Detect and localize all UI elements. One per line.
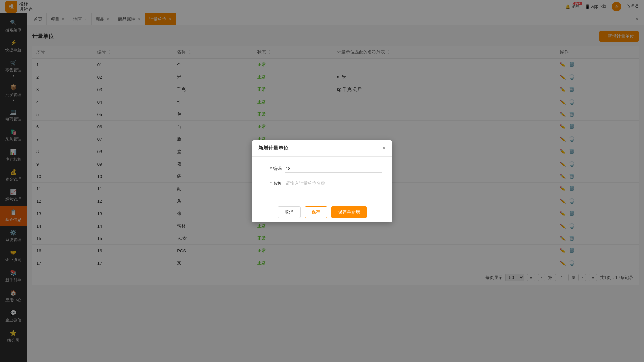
form-row-code: * 编码 bbox=[262, 165, 382, 173]
name-input[interactable] bbox=[285, 179, 382, 187]
modal-footer: 取消 保存 保存并新增 bbox=[252, 202, 392, 222]
save-button[interactable]: 保存 bbox=[305, 206, 327, 218]
modal-overlay: 新增计量单位 × * 编码 * 名称 取消 保存 保存并新增 bbox=[0, 0, 644, 362]
add-unit-modal: 新增计量单位 × * 编码 * 名称 取消 保存 保存并新增 bbox=[252, 140, 392, 222]
code-input[interactable] bbox=[285, 165, 382, 173]
save-and-new-button[interactable]: 保存并新增 bbox=[331, 206, 367, 218]
modal-header: 新增计量单位 × bbox=[252, 140, 392, 157]
modal-body: * 编码 * 名称 bbox=[252, 157, 392, 202]
form-row-name: * 名称 bbox=[262, 179, 382, 187]
modal-close-btn[interactable]: × bbox=[382, 145, 386, 151]
name-label: * 名称 bbox=[262, 180, 285, 186]
code-label: * 编码 bbox=[262, 166, 285, 172]
cancel-button[interactable]: 取消 bbox=[278, 206, 301, 218]
modal-title: 新增计量单位 bbox=[258, 145, 288, 152]
